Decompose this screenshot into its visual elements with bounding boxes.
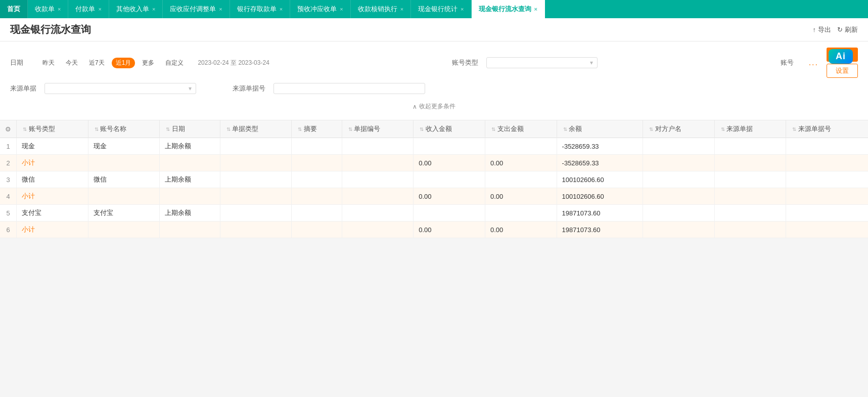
- table-row: 5支付宝支付宝上期余额19871073.60: [0, 205, 868, 222]
- cell-income: [414, 205, 485, 222]
- th-date[interactable]: ⇅ 日期: [160, 120, 220, 138]
- date-opt-1month[interactable]: 近1月: [112, 58, 135, 68]
- th-source-doc[interactable]: ⇅ 来源单据: [714, 120, 786, 138]
- cell-account-name: 现金: [88, 138, 160, 155]
- cell-expense: 0.00: [485, 188, 557, 205]
- date-opt-yesterday[interactable]: 昨天: [38, 58, 59, 68]
- account-type-label: 账号类型: [452, 58, 478, 67]
- source-doc-num-input[interactable]: [273, 83, 425, 94]
- table-row: 2小计0.000.00-3528659.33: [0, 155, 868, 171]
- date-range-display: 2023-02-24 至 2023-03-24: [198, 59, 269, 67]
- collapse-bar[interactable]: ∧ 收起更多条件: [10, 99, 858, 114]
- cell-income: [414, 171, 485, 188]
- nav-tab-bank-deposit[interactable]: 银行存取款单 ×: [230, 0, 290, 18]
- nav-tab-collection[interactable]: 收款核销执行 ×: [351, 0, 411, 18]
- row-number: 5: [0, 205, 17, 222]
- cell-account-type: 现金: [17, 138, 88, 155]
- close-icon[interactable]: ×: [98, 6, 101, 12]
- cell-account-name: 支付宝: [88, 205, 160, 222]
- cell-expense: 0.00: [485, 222, 557, 238]
- cell-date: 上期余额: [160, 138, 220, 155]
- cell-doc-no: [342, 138, 414, 155]
- nav-tab-payment[interactable]: 付款单 ×: [68, 0, 109, 18]
- cell-balance: 100102606.60: [557, 188, 643, 205]
- th-income[interactable]: ⇅ 收入金额: [414, 120, 485, 138]
- cell-balance: -3528659.33: [557, 155, 643, 171]
- date-opt-custom[interactable]: 自定义: [161, 58, 188, 68]
- close-icon[interactable]: ×: [534, 6, 537, 12]
- refresh-icon: ↻: [837, 26, 843, 33]
- cell-summary: [292, 205, 342, 222]
- nav-home[interactable]: 首页: [0, 0, 28, 18]
- row-number: 3: [0, 171, 17, 188]
- nav-tab-other-income[interactable]: 其他收入单 ×: [109, 0, 163, 18]
- source-doc-select[interactable]: ▾: [44, 83, 196, 94]
- export-button[interactable]: ↑ 导出: [813, 25, 832, 34]
- cell-counterparty: [643, 188, 714, 205]
- cell-summary: [292, 222, 342, 238]
- date-opt-7days[interactable]: 近7天: [85, 58, 109, 68]
- cell-date: 上期余额: [160, 171, 220, 188]
- page-header: 现金银行流水查询 ↑ 导出 ↻ 刷新: [0, 18, 868, 41]
- close-icon[interactable]: ×: [58, 6, 61, 12]
- data-table: ⚙ ⇅ 账号类型 ⇅ 账号名称 ⇅ 日期 ⇅ 单据类型: [0, 120, 868, 238]
- source-doc-num-label: 来源单据号: [233, 84, 265, 93]
- cell-income: 0.00: [414, 188, 485, 205]
- th-source-doc-no[interactable]: ⇅ 来源单据号: [786, 120, 868, 138]
- th-summary[interactable]: ⇅ 摘要: [292, 120, 342, 138]
- chevron-down-icon: ▾: [189, 85, 192, 92]
- cell-expense: 0.00: [485, 155, 557, 171]
- settings-button[interactable]: 设置: [827, 64, 858, 78]
- date-opt-more[interactable]: 更多: [138, 58, 158, 68]
- cell-balance: 100102606.60: [557, 171, 643, 188]
- close-icon[interactable]: ×: [152, 6, 155, 12]
- cell-summary: [292, 188, 342, 205]
- cell-date: [160, 155, 220, 171]
- date-opt-today[interactable]: 今天: [62, 58, 82, 68]
- th-doc-type[interactable]: ⇅ 单据类型: [220, 120, 292, 138]
- cell-account-name: [88, 155, 160, 171]
- cell-counterparty: [643, 171, 714, 188]
- cell-doc-no: [342, 205, 414, 222]
- close-icon[interactable]: ×: [461, 6, 464, 12]
- th-balance[interactable]: ⇅ 余额: [557, 120, 643, 138]
- table-row: 1现金现金上期余额-3528659.33: [0, 138, 868, 155]
- data-table-container: ⚙ ⇅ 账号类型 ⇅ 账号名称 ⇅ 日期 ⇅ 单据类型: [0, 120, 868, 238]
- ai-badge[interactable]: Ai: [829, 49, 853, 64]
- cell-date: [160, 188, 220, 205]
- th-counterparty[interactable]: ⇅ 对方户名: [643, 120, 714, 138]
- close-icon[interactable]: ×: [280, 6, 283, 12]
- nav-tab-prepaid[interactable]: 预收冲应收单 ×: [290, 0, 350, 18]
- source-doc-label: 来源单据: [10, 84, 36, 93]
- account-type-select[interactable]: ▾: [486, 57, 598, 68]
- nav-tab-receipt[interactable]: 收款单 ×: [28, 0, 68, 18]
- refresh-button[interactable]: ↻ 刷新: [837, 25, 858, 34]
- cell-expense: [485, 205, 557, 222]
- nav-tab-bank-flow[interactable]: 现金银行流水查询 ×: [472, 0, 545, 18]
- filter-row-date: 日期 昨天 今天 近7天 近1月 更多 自定义 2023-02-24 至 202…: [10, 48, 858, 78]
- cell-income: 0.00: [414, 222, 485, 238]
- account-dots-button[interactable]: ...: [809, 58, 818, 67]
- close-icon[interactable]: ×: [400, 6, 403, 12]
- th-expense[interactable]: ⇅ 支出金额: [485, 120, 557, 138]
- cell-doc-no: [342, 155, 414, 171]
- cell-account-type: 支付宝: [17, 205, 88, 222]
- close-icon[interactable]: ×: [219, 6, 222, 12]
- cell-counterparty: [643, 222, 714, 238]
- cell-account-name: [88, 222, 160, 238]
- cell-counterparty: [643, 205, 714, 222]
- cell-account-name: 微信: [88, 171, 160, 188]
- th-account-type[interactable]: ⇅ 账号类型: [17, 120, 88, 138]
- nav-tab-arpa[interactable]: 应收应付调整单 ×: [163, 0, 230, 18]
- th-doc-no[interactable]: ⇅ 单据编号: [342, 120, 414, 138]
- nav-tab-bank-stats[interactable]: 现金银行统计 ×: [411, 0, 471, 18]
- table-row: 3微信微信上期余额100102606.60: [0, 171, 868, 188]
- cell-account-name: [88, 188, 160, 205]
- close-icon[interactable]: ×: [340, 6, 343, 12]
- row-number: 4: [0, 188, 17, 205]
- cell-source-doc-no: [786, 171, 868, 188]
- th-account-name[interactable]: ⇅ 账号名称: [88, 120, 160, 138]
- gear-icon[interactable]: ⚙: [5, 125, 11, 133]
- row-number: 6: [0, 222, 17, 238]
- cell-balance: -3528659.33: [557, 138, 643, 155]
